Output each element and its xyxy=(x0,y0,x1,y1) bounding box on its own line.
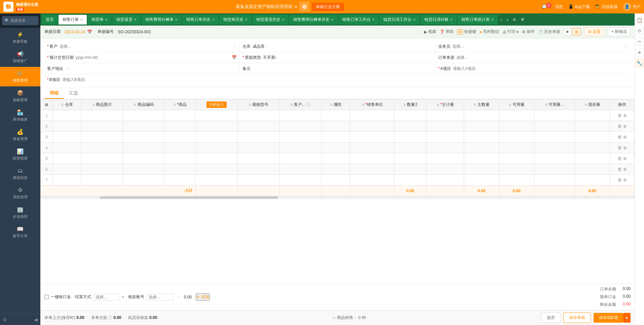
one-click-payment-label[interactable]: 一键收订金 xyxy=(44,294,71,300)
td-product-code-7[interactable] xyxy=(123,175,164,186)
tab-home[interactable]: 首页 xyxy=(42,15,58,25)
td-main-qty-7[interactable] xyxy=(464,175,499,186)
right-sidebar-edit-btn[interactable]: ✏ xyxy=(636,38,644,46)
td-available-6[interactable] xyxy=(499,164,534,175)
th-available[interactable]: ⇅ 可用量 xyxy=(499,99,534,110)
warehouse-more-btn[interactable]: ··· xyxy=(266,44,269,49)
sidebar-item-marketing[interactable]: 📢 营销推广 xyxy=(0,47,40,67)
th-attr[interactable]: ⇅ 属性 xyxy=(321,99,350,110)
delete-row-7-btn[interactable]: 🗑 xyxy=(617,177,622,182)
action-btn[interactable]: ⚙ 操作 xyxy=(522,29,535,35)
th-main-qty[interactable]: ⇅ 主数量 xyxy=(464,99,499,110)
td-current-stock-6[interactable] xyxy=(575,164,610,175)
td-product-code-2[interactable] xyxy=(123,121,164,132)
delete-row-3-btn[interactable]: 🗑 xyxy=(617,134,622,139)
tab-close-sales-order[interactable]: ✕ xyxy=(80,18,83,22)
salesperson-input[interactable] xyxy=(452,44,623,49)
td-main-qty-3[interactable] xyxy=(464,132,499,143)
tab-sales-stat[interactable]: 销售订单统计表 ✕ xyxy=(457,15,498,25)
td-attr-5[interactable] xyxy=(321,153,350,164)
td-product-name-2[interactable] xyxy=(164,121,195,132)
tab-nav-next[interactable]: › xyxy=(505,15,510,24)
invoice-type-select[interactable]: 不开票 xyxy=(263,55,275,60)
td-available2-3[interactable] xyxy=(534,132,575,143)
th-customer-info[interactable]: ⇅ 客户... ⓘ xyxy=(279,99,321,110)
td-product-image-4[interactable] xyxy=(81,143,123,153)
td-sales-unit-1[interactable] xyxy=(350,110,394,121)
note-input[interactable] xyxy=(253,66,432,71)
td-product-image-3[interactable] xyxy=(81,132,123,143)
th-settings[interactable]: ⚙ xyxy=(41,99,53,110)
td-spec-2[interactable] xyxy=(237,121,279,132)
view-btn[interactable]: ▶ 视频 xyxy=(424,29,436,35)
td-product-code-1[interactable] xyxy=(123,110,164,121)
tab-close-workbench[interactable]: ✕ xyxy=(372,18,375,22)
td-attr-4[interactable] xyxy=(321,143,350,153)
user-avatar[interactable]: 👤 用户 xyxy=(623,3,641,11)
tab-close-refund-history[interactable]: ✕ xyxy=(282,18,285,22)
td-attr-7[interactable] xyxy=(321,175,350,186)
td-warehouse-6[interactable] xyxy=(53,164,81,175)
online-service-btn[interactable]: 💁 在线客服 xyxy=(595,4,618,10)
td-sales-unit-4[interactable] xyxy=(350,143,394,153)
copy-row-5-btn[interactable]: ⊕ xyxy=(623,156,627,161)
td-current-stock-4[interactable] xyxy=(575,143,610,153)
tab-sales-return-history[interactable]: 销货单历史 ✕ xyxy=(219,15,252,25)
td-warehouse-3[interactable] xyxy=(53,132,81,143)
right-sidebar-star-btn[interactable]: ★ xyxy=(636,48,644,56)
td-product-image-2[interactable] xyxy=(81,121,123,132)
copy-row-2-btn[interactable]: ⊕ xyxy=(623,124,627,129)
sidebar-item-enterprise[interactable]: 🏢 企业协同 xyxy=(0,203,40,222)
td-available2-4[interactable] xyxy=(534,143,575,153)
sidebar-item-purchase[interactable]: 📦 采购管理 xyxy=(0,86,40,106)
right-sidebar-clipboard-btn[interactable]: 📋 xyxy=(636,16,644,24)
td-spec-4[interactable] xyxy=(237,143,279,153)
td-customer-7[interactable] xyxy=(279,175,321,186)
order-source-input[interactable] xyxy=(456,55,628,60)
tab-close-sales-expense[interactable]: ✕ xyxy=(175,18,178,22)
delete-row-5-btn[interactable]: 🗑 xyxy=(617,156,622,161)
td-product-name-4[interactable] xyxy=(164,143,195,153)
copy-row-6-btn[interactable]: ⊕ xyxy=(623,167,627,172)
scan-input-btn[interactable]: 扫码录入 xyxy=(206,101,227,108)
td-sales-unit-5[interactable] xyxy=(350,153,394,164)
td-warehouse-1[interactable] xyxy=(53,110,81,121)
th-product-image[interactable]: ⇅ 商品图片 xyxy=(81,99,123,110)
td-customer-2[interactable] xyxy=(279,121,321,132)
td-product-code-6[interactable] xyxy=(123,164,164,175)
td-available2-6[interactable] xyxy=(534,164,575,175)
td-available2-1[interactable] xyxy=(534,110,575,121)
td-main-unit-1[interactable] xyxy=(426,110,464,121)
th-current-stock[interactable]: ⇅ 现存量 xyxy=(575,99,610,110)
customer-address-btn[interactable]: ··· xyxy=(67,66,70,71)
td-available-3[interactable] xyxy=(499,132,534,143)
attach-btn[interactable]: + 附物流 xyxy=(608,28,631,36)
horizontal-scrollbar[interactable] xyxy=(40,196,635,199)
td-product-image-5[interactable] xyxy=(81,153,123,164)
tab-sales-workbench[interactable]: 销售订单工作台 ✕ xyxy=(338,15,379,25)
td-sales-unit-7[interactable] xyxy=(350,175,394,186)
td-warehouse-2[interactable] xyxy=(53,121,81,132)
td-spec-1[interactable] xyxy=(237,110,279,121)
message-btn[interactable]: 💬 9 消息 xyxy=(542,4,563,10)
th-product-code[interactable]: ⇅ 商品编码 xyxy=(123,99,164,110)
tab-nav-prev[interactable]: ‹ xyxy=(498,15,504,24)
td-product-code-3[interactable] xyxy=(123,132,164,143)
save-new-btn[interactable]: 保存&新增 xyxy=(594,313,623,323)
td-attr-2[interactable] xyxy=(321,121,350,132)
td-spec-3[interactable] xyxy=(237,132,279,143)
tab-sales-order[interactable]: 销售订单 ✕ xyxy=(59,15,87,25)
sidebar-item-system[interactable]: ⚙ 系统管理 xyxy=(0,184,40,203)
tab-daily-clear-workbench[interactable]: 钱货日清工作台 ✕ xyxy=(379,15,420,25)
tab-close-expense-history[interactable]: ✕ xyxy=(331,18,334,22)
calendar-icon[interactable]: 📅 xyxy=(87,30,92,34)
sidebar-item-sales[interactable]: 🛒 销售管理 xyxy=(0,67,40,86)
copy-row-4-btn[interactable]: ⊕ xyxy=(623,145,627,150)
td-attr-3[interactable] xyxy=(321,132,350,143)
td-current-stock-3[interactable] xyxy=(575,132,610,143)
td-customer-3[interactable] xyxy=(279,132,321,143)
td-attr-1[interactable] xyxy=(321,110,350,121)
th-qty2[interactable]: ⇅ 数量2 xyxy=(394,99,426,110)
td-sales-unit-2[interactable] xyxy=(350,121,394,132)
bank-account-more-btn[interactable]: ··· xyxy=(177,295,180,299)
